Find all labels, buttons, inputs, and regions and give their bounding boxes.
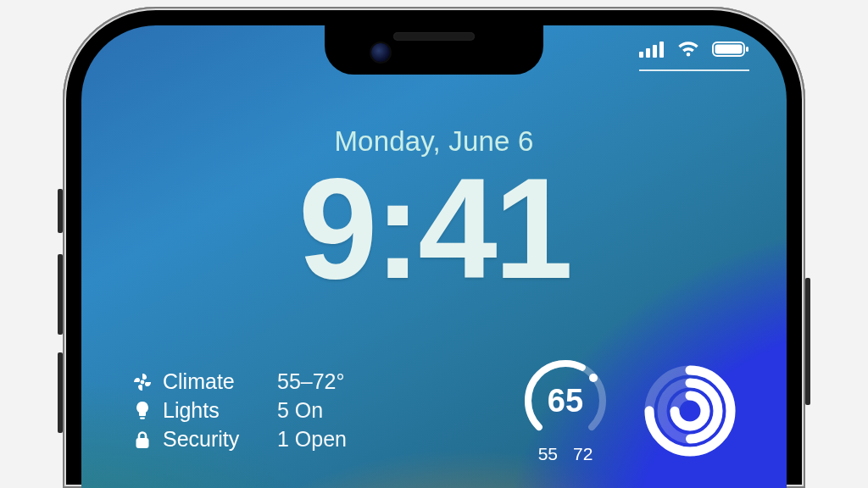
home-summary-widget[interactable]: Climate 55–72° Lights 5 On xyxy=(131,368,347,453)
svg-point-7 xyxy=(141,380,145,385)
svg-rect-6 xyxy=(746,47,748,52)
weather-low: 55 xyxy=(538,444,558,464)
security-value: 1 Open xyxy=(277,425,347,454)
weather-dial: 65 xyxy=(522,358,609,444)
battery-icon xyxy=(712,41,749,58)
svg-rect-8 xyxy=(140,418,145,419)
volume-down-button xyxy=(58,352,63,433)
weather-range: 55 72 xyxy=(538,444,593,464)
lights-value: 5 On xyxy=(277,396,323,425)
lights-label: Lights xyxy=(163,396,269,425)
mute-switch xyxy=(58,189,63,233)
svg-rect-5 xyxy=(715,45,743,54)
widgets-row: Climate 55–72° Lights 5 On xyxy=(131,358,737,464)
phone-frame: Monday, June 6 9:41 Climate xyxy=(63,7,805,488)
status-underline xyxy=(639,69,749,71)
security-row: Security 1 Open xyxy=(131,425,347,454)
speaker-grille xyxy=(393,32,475,41)
cellular-icon xyxy=(639,41,665,58)
weather-current-temp: 65 xyxy=(522,358,609,444)
status-bar xyxy=(639,41,749,58)
wifi-icon xyxy=(676,41,700,58)
time-text: 9:41 xyxy=(81,158,787,300)
svg-rect-2 xyxy=(653,45,657,58)
climate-label: Climate xyxy=(163,368,269,396)
security-label: Security xyxy=(163,425,269,454)
notch xyxy=(325,25,543,75)
climate-value: 55–72° xyxy=(277,368,345,396)
activity-rings-widget[interactable] xyxy=(643,363,737,458)
svg-rect-9 xyxy=(136,438,149,448)
weather-high: 72 xyxy=(573,444,593,464)
lock-screen[interactable]: Monday, June 6 9:41 Climate xyxy=(81,25,787,488)
lightbulb-icon xyxy=(131,401,154,421)
fan-icon xyxy=(131,372,154,392)
svg-rect-1 xyxy=(646,48,650,58)
front-camera xyxy=(371,43,390,62)
power-button xyxy=(805,278,810,405)
lock-icon xyxy=(131,430,154,450)
lights-row: Lights 5 On xyxy=(131,396,347,425)
datetime-block[interactable]: Monday, June 6 9:41 xyxy=(81,125,787,300)
volume-up-button xyxy=(58,254,63,335)
weather-widget[interactable]: 65 55 72 xyxy=(522,358,609,464)
svg-rect-0 xyxy=(639,52,643,58)
climate-row: Climate 55–72° xyxy=(131,368,347,396)
svg-rect-3 xyxy=(659,42,664,58)
